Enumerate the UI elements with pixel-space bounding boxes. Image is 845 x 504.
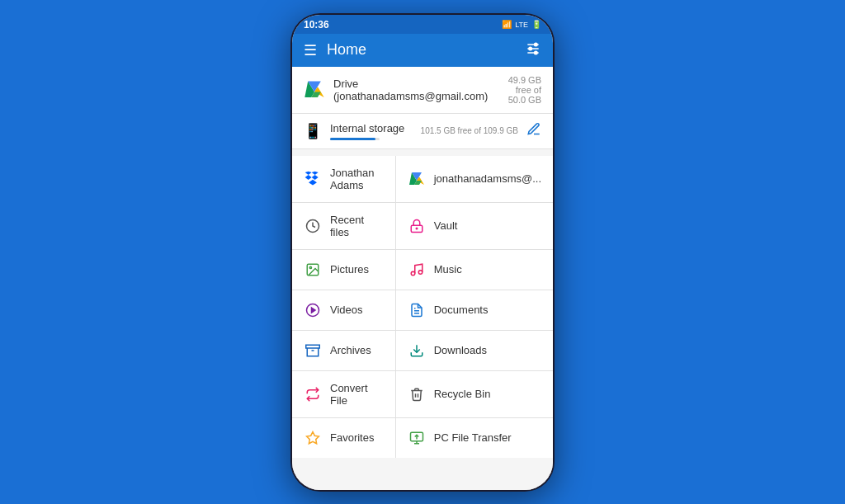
battery-icon: 🔋 — [531, 20, 541, 29]
drive-name: Drive (jonathanadamsms@gmail.com) — [333, 78, 488, 102]
app-bar-title: Home — [327, 41, 515, 59]
grid-item-documents[interactable]: Documents — [396, 290, 553, 330]
clock-icon — [304, 217, 322, 235]
svg-marker-30 — [307, 431, 319, 443]
svg-point-22 — [418, 270, 422, 274]
dropbox-icon — [304, 170, 322, 188]
storage-card[interactable]: 📱 Internal storage 101.5 GB free of 109.… — [292, 114, 553, 149]
archives-icon — [304, 341, 322, 360]
recent-label: Recent files — [330, 214, 384, 238]
videos-label: Videos — [330, 304, 363, 316]
favorites-icon — [304, 429, 322, 447]
pictures-label: Pictures — [330, 263, 369, 276]
archives-label: Archives — [330, 344, 371, 356]
pctransfer-icon — [408, 429, 426, 447]
dropbox-label: Jonathan Adams — [330, 167, 384, 191]
documents-icon — [408, 301, 426, 319]
storage-size: 101.5 GB free of 109.9 GB — [421, 126, 518, 135]
content: Drive (jonathanadamsms@gmail.com) 49.9 G… — [292, 67, 553, 490]
svg-point-3 — [535, 43, 537, 45]
music-label: Music — [434, 263, 462, 276]
svg-rect-27 — [306, 345, 320, 348]
recycle-icon — [408, 385, 426, 403]
pctransfer-label: PC File Transfer — [434, 431, 512, 444]
filter-icon[interactable] — [525, 40, 541, 60]
grid-item-recycle[interactable]: Recycle Bin — [396, 371, 553, 417]
status-bar: 10:36 📶 LTE 🔋 — [292, 15, 553, 34]
gdrive-label: jonathanadamsms@... — [434, 172, 541, 185]
app-bar: ☰ Home — [292, 34, 553, 67]
drive-storage: 49.9 GB free of 50.0 GB — [496, 75, 541, 105]
pictures-icon — [304, 261, 322, 279]
convert-icon — [304, 385, 322, 403]
phone-icon: 📱 — [304, 122, 322, 140]
music-icon — [408, 261, 426, 279]
grid-item-pictures[interactable]: Pictures — [292, 250, 395, 290]
gdrive-icon — [408, 170, 426, 188]
status-time: 10:36 — [304, 19, 329, 31]
downloads-icon — [408, 341, 426, 360]
wifi-icon: 📶 — [502, 20, 512, 29]
grid-item-downloads[interactable]: Downloads — [396, 331, 553, 370]
svg-marker-11 — [309, 179, 317, 185]
grid-item-videos[interactable]: Videos — [292, 290, 395, 330]
drive-info: Drive (jonathanadamsms@gmail.com) — [333, 78, 488, 102]
hamburger-icon[interactable]: ☰ — [304, 41, 317, 59]
convert-label: Convert File — [330, 382, 384, 407]
edit-icon[interactable] — [526, 121, 541, 140]
storage-bar — [330, 138, 380, 140]
svg-point-5 — [535, 51, 537, 54]
grid-section: Jonathan Adams jonathanadamsms@... — [292, 156, 553, 458]
documents-label: Documents — [434, 304, 489, 316]
grid-item-pctransfer[interactable]: PC File Transfer — [396, 418, 553, 458]
grid-item-vault[interactable]: Vault — [396, 203, 553, 249]
storage-info: Internal storage — [330, 122, 413, 140]
signal-icon: LTE — [515, 21, 528, 29]
drive-icon — [304, 79, 325, 101]
svg-point-18 — [416, 228, 418, 229]
storage-name: Internal storage — [330, 122, 413, 134]
downloads-label: Downloads — [434, 344, 487, 356]
vault-label: Vault — [434, 219, 458, 232]
videos-icon — [304, 301, 322, 319]
vault-icon — [408, 217, 426, 235]
grid-item-archives[interactable]: Archives — [292, 331, 395, 370]
grid-item-dropbox[interactable]: Jonathan Adams — [292, 156, 395, 202]
grid-item-gdrive[interactable]: jonathanadamsms@... — [396, 156, 553, 202]
phone-inner: 10:36 📶 LTE 🔋 ☰ Home — [292, 15, 553, 490]
grid-item-recent[interactable]: Recent files — [292, 203, 395, 249]
favorites-label: Favorites — [330, 431, 374, 444]
svg-marker-24 — [312, 308, 316, 313]
storage-bar-fill — [330, 138, 375, 140]
svg-point-21 — [411, 271, 415, 276]
grid-item-convert[interactable]: Convert File — [292, 371, 395, 417]
drive-card[interactable]: Drive (jonathanadamsms@gmail.com) 49.9 G… — [292, 67, 553, 114]
recycle-label: Recycle Bin — [434, 388, 491, 400]
grid-item-favorites[interactable]: Favorites — [292, 418, 395, 458]
status-icons: 📶 LTE 🔋 — [502, 20, 541, 29]
phone-wrapper: 10:36 📶 LTE 🔋 ☰ Home — [290, 13, 555, 492]
svg-point-4 — [529, 47, 531, 49]
svg-point-20 — [309, 266, 311, 268]
grid-item-music[interactable]: Music — [396, 250, 553, 290]
